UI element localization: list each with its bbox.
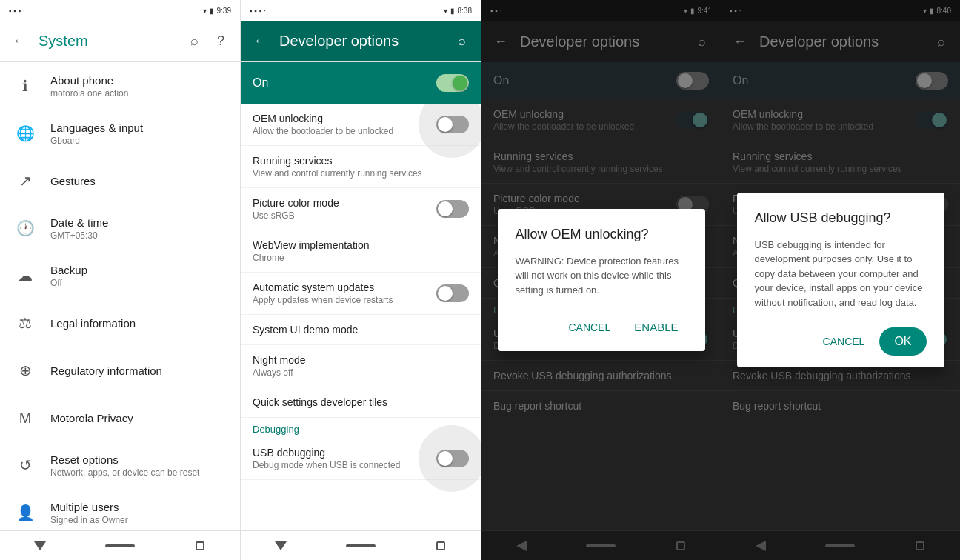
users-item[interactable]: 👤 Multiple users Signed in as Owner — [0, 489, 240, 530]
running-services-title: Running services — [253, 155, 469, 167]
night-mode-subtitle-2: Always off — [253, 367, 469, 378]
dev-options-list-2: OEM unlocking Allow the bootloader to be… — [241, 104, 481, 530]
legal-item[interactable]: ⚖ Legal information — [0, 299, 240, 347]
oem-dialog: Allow OEM unlocking? WARNING: Device pro… — [498, 209, 705, 352]
help-button-1[interactable]: ? — [207, 28, 234, 55]
about-text: About phone motorola one action — [50, 74, 228, 99]
usb-debug-title-2: USB debugging — [253, 447, 400, 459]
recents-nav-2[interactable] — [426, 535, 456, 557]
webview-item[interactable]: WebView implementation Chrome — [241, 230, 481, 273]
dev-on-label-2: On — [253, 76, 436, 90]
usb-dialog-title: Allow USB debugging? — [755, 210, 927, 226]
status-bar-2: ▪ ▪ ▪ · ▾ ▮ 8:38 — [241, 0, 481, 21]
regulatory-text: Regulatory information — [50, 364, 228, 377]
recents-nav-1[interactable] — [185, 535, 215, 557]
bottom-nav-2 — [241, 530, 481, 560]
night-mode-title-2: Night mode — [253, 354, 469, 366]
languages-text: Languages & input Gboard — [50, 121, 228, 146]
wifi-icon: ▾ — [203, 7, 207, 15]
webview-title: WebView implementation — [253, 239, 469, 251]
home-nav-2[interactable] — [346, 535, 376, 557]
backup-item[interactable]: ☁ Backup Off — [0, 252, 240, 299]
wifi-icon-2: ▾ — [444, 7, 447, 15]
gestures-icon: ↗ — [12, 167, 39, 194]
auto-update-item[interactable]: Automatic system updates Apply updates w… — [241, 273, 481, 315]
reset-subtitle: Network, apps, or device can be reset — [50, 467, 228, 478]
backup-subtitle: Off — [50, 278, 228, 288]
oem-unlocking-item[interactable]: OEM unlocking Allow the bootloader to be… — [241, 104, 481, 146]
privacy-title: Motorola Privacy — [50, 412, 228, 424]
about-phone-item[interactable]: ℹ About phone motorola one action — [0, 62, 240, 110]
back-triangle-2 — [275, 541, 287, 550]
auto-row: Automatic system updates Apply updates w… — [253, 281, 469, 305]
usb-cancel-button[interactable]: Cancel — [814, 327, 874, 356]
languages-icon: 🌐 — [12, 120, 39, 147]
users-icon: 👤 — [12, 499, 39, 526]
usb-dialog-body: USB debugging is intended for developmen… — [755, 238, 927, 310]
dev-on-toggle[interactable] — [436, 74, 469, 92]
back-button-2[interactable]: ← — [247, 28, 273, 55]
oem-dialog-body: WARNING: Device protection features will… — [516, 254, 687, 298]
datetime-title: Date & time — [50, 216, 228, 229]
panel-system-settings: ▪ ▪ ▪ · ▾ ▮ 9:39 ← System ⌕ ? ℹ About ph… — [0, 0, 241, 560]
languages-item[interactable]: 🌐 Languages & input Gboard — [0, 110, 240, 157]
datetime-text: Date & time GMT+05:30 — [50, 216, 228, 241]
search-button-2[interactable]: ⌕ — [448, 28, 475, 55]
privacy-text: Motorola Privacy — [50, 412, 228, 424]
notification-icons: ▪ ▪ ▪ · — [9, 7, 25, 15]
panel-developer-options: ▪ ▪ ▪ · ▾ ▮ 8:38 ← Developer options ⌕ O… — [241, 0, 481, 560]
status-icons-left-2: ▪ ▪ ▪ · — [250, 7, 266, 15]
picture-title: Picture color mode — [253, 197, 339, 209]
panel-oem-dialog: ▪ ▪ · ▾ ▮ 9:41 ← Developer options ⌕ On … — [481, 0, 721, 560]
oem-enable-button[interactable]: Enable — [625, 315, 687, 339]
on-toggle-wrap — [436, 74, 469, 92]
back-nav-1[interactable] — [25, 535, 55, 557]
users-subtitle: Signed in as Owner — [50, 515, 228, 525]
datetime-item[interactable]: 🕐 Date & time GMT+05:30 — [0, 204, 240, 252]
oem-title: OEM unlocking — [253, 113, 393, 124]
ui-demo-item[interactable]: System UI demo mode — [241, 315, 481, 345]
back-nav-2[interactable] — [266, 535, 296, 557]
reset-title: Reset options — [50, 453, 228, 466]
search-button-1[interactable]: ⌕ — [181, 28, 207, 55]
settings-list: ℹ About phone motorola one action 🌐 Lang… — [0, 62, 240, 530]
ui-demo-title: System UI demo mode — [253, 324, 469, 336]
usb-toggle-2[interactable] — [436, 450, 469, 467]
gestures-title: Gestures — [50, 175, 228, 187]
dialog-overlay-4: Allow USB debugging? USB debugging is in… — [721, 0, 960, 560]
night-mode-item-2[interactable]: Night mode Always off — [241, 345, 481, 387]
oem-dialog-title: Allow OEM unlocking? — [516, 227, 687, 242]
status-icons-left: ▪ ▪ ▪ · — [9, 7, 25, 15]
auto-toggle[interactable] — [436, 284, 469, 302]
usb-debug-item-2[interactable]: USB debugging Debug mode when USB is con… — [241, 438, 481, 480]
motorola-privacy-item[interactable]: M Motorola Privacy — [0, 394, 240, 441]
oem-cancel-button[interactable]: Cancel — [560, 315, 620, 339]
regulatory-item[interactable]: ⊕ Regulatory information — [0, 347, 240, 394]
picture-toggle[interactable] — [436, 200, 469, 218]
notification-icons-2: ▪ ▪ ▪ · — [250, 7, 266, 15]
usb-ok-button[interactable]: OK — [879, 327, 926, 356]
reset-item[interactable]: ↺ Reset options Network, apps, or device… — [0, 441, 240, 489]
app-bar-2: ← Developer options ⌕ — [241, 21, 481, 62]
gestures-item[interactable]: ↗ Gestures — [0, 157, 240, 204]
status-icons-right-2: ▾ ▮ 8:38 — [444, 7, 472, 15]
oem-row: OEM unlocking Allow the bootloader to be… — [253, 113, 469, 136]
picture-color-item[interactable]: Picture color mode Use sRGB — [241, 188, 481, 230]
battery-icon: ▮ — [210, 7, 214, 15]
datetime-icon: 🕐 — [12, 215, 39, 241]
legal-text: Legal information — [50, 317, 228, 330]
home-nav-1[interactable] — [105, 535, 135, 557]
auto-thumb — [438, 286, 453, 301]
backup-text: Backup Off — [50, 264, 228, 288]
back-triangle-1 — [34, 541, 46, 550]
about-title: About phone — [50, 74, 228, 87]
oem-toggle[interactable] — [436, 116, 469, 133]
time-display-2: 8:38 — [458, 7, 472, 15]
regulatory-title: Regulatory information — [50, 364, 228, 377]
back-button-1[interactable]: ← — [6, 28, 33, 55]
qs-tiles-title-2: Quick settings developer tiles — [253, 396, 469, 408]
usb-debug-row-2: USB debugging Debug mode when USB is con… — [253, 447, 469, 470]
recents-square-1 — [196, 541, 204, 550]
qs-tiles-item-2[interactable]: Quick settings developer tiles — [241, 387, 481, 418]
gestures-text: Gestures — [50, 175, 228, 187]
